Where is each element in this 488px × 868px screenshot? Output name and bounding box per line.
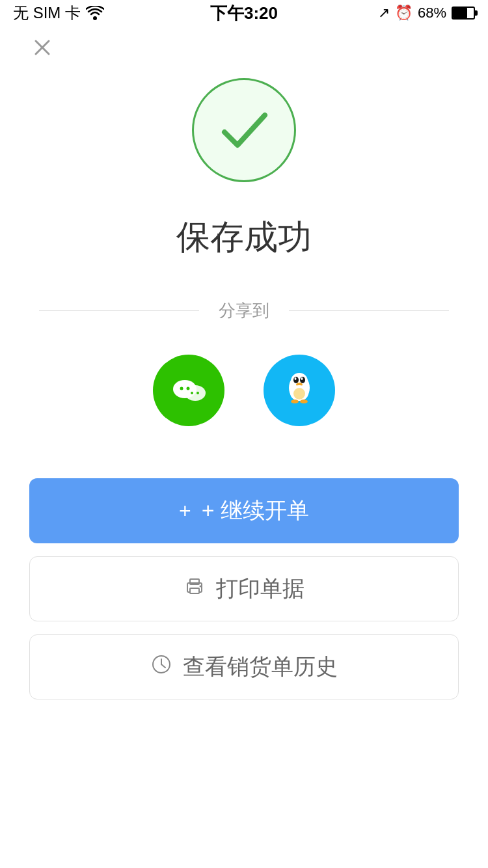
divider-line-left <box>39 310 199 311</box>
status-bar: 无 SIM 卡 下午3:20 ↗ ⏰ 68% <box>0 0 488 26</box>
print-label: 打印单据 <box>216 574 305 604</box>
share-divider: 分享到 <box>0 299 488 322</box>
svg-line-26 <box>161 664 165 668</box>
success-circle <box>192 78 296 182</box>
location-icon: ↗ <box>378 5 390 21</box>
svg-rect-22 <box>190 588 199 593</box>
history-label: 查看销货单历史 <box>183 652 338 682</box>
no-sim-text: 无 SIM 卡 <box>13 3 81 23</box>
plus-icon: + <box>179 499 191 523</box>
close-button[interactable] <box>26 31 59 64</box>
success-title: 保存成功 <box>176 215 312 260</box>
svg-point-11 <box>293 377 299 383</box>
print-button[interactable]: 打印单据 <box>29 556 459 621</box>
divider-line-right <box>289 310 449 311</box>
wechat-icon <box>168 370 210 412</box>
status-right: ↗ ⏰ 68% <box>378 5 475 21</box>
qq-icon <box>278 370 321 412</box>
status-left: 无 SIM 卡 <box>13 3 104 23</box>
share-icons-container <box>153 355 335 426</box>
continue-order-label: + 继续开单 <box>202 496 309 526</box>
clock-icon <box>150 653 172 681</box>
checkmark-icon <box>218 107 270 153</box>
svg-point-12 <box>300 377 305 383</box>
svg-point-14 <box>301 377 303 380</box>
svg-point-6 <box>186 387 189 390</box>
svg-point-0 <box>93 16 97 20</box>
svg-point-23 <box>200 586 202 588</box>
continue-order-button[interactable]: + + 继续开单 <box>29 478 459 543</box>
main-content: 保存成功 分享到 <box>0 26 488 699</box>
battery-percent: 68% <box>418 5 446 21</box>
svg-point-18 <box>291 400 299 403</box>
history-button[interactable]: 查看销货单历史 <box>29 634 459 699</box>
alarm-icon: ⏰ <box>395 5 413 21</box>
qq-share-button[interactable] <box>264 355 335 426</box>
wechat-share-button[interactable] <box>153 355 224 426</box>
svg-point-13 <box>294 377 296 380</box>
svg-point-8 <box>197 392 199 394</box>
battery-icon <box>452 7 475 20</box>
svg-point-5 <box>180 387 183 390</box>
share-label: 分享到 <box>199 299 289 322</box>
status-time: 下午3:20 <box>210 2 278 25</box>
svg-point-7 <box>191 392 193 394</box>
svg-point-17 <box>293 388 305 400</box>
action-buttons: + + 继续开单 打印单据 <box>29 478 459 699</box>
wifi-icon <box>86 6 104 20</box>
printer-icon <box>183 575 206 603</box>
svg-point-19 <box>300 400 308 403</box>
